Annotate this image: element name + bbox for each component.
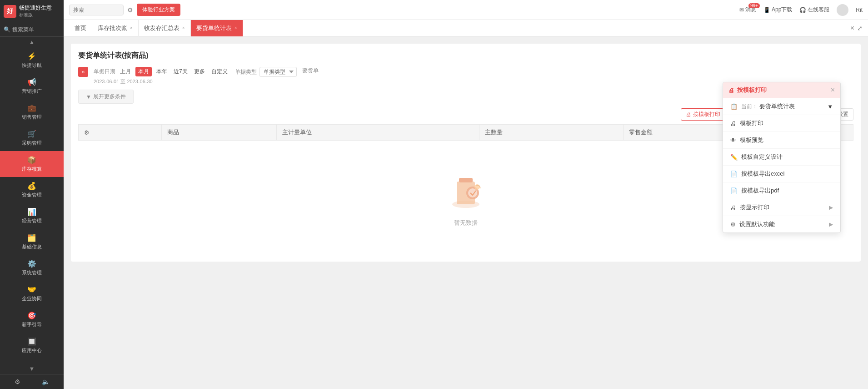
order-type-group: 要货单 <box>302 67 319 75</box>
tab-batch-accounts[interactable]: 库存批次账 × <box>92 20 139 36</box>
dropdown-template-pdf[interactable]: 📄 按模板导出pdf <box>723 182 840 199</box>
sidebar-item-operations[interactable]: 📊 经营管理 <box>0 203 64 229</box>
current-template-icon: 📋 <box>730 103 738 110</box>
footer-speaker-icon[interactable]: 🔈 <box>42 378 50 385</box>
sidebar-search-label: 搜索菜单 <box>12 26 34 34</box>
expand-label: 展开更多条件 <box>93 93 126 101</box>
sidebar-scroll-down[interactable]: ▼ <box>0 364 64 374</box>
dropdown-current-template[interactable]: 📋 当前： 要货单统计表 ▼ <box>723 98 840 115</box>
sales-label: 销售管理 <box>22 114 42 121</box>
sidebar-item-wecom[interactable]: 💬 企业微信 <box>0 359 64 364</box>
tab-close-action[interactable]: × <box>850 24 854 32</box>
dropdown-default-func[interactable]: ⚙ 设置默认功能 ▶ <box>723 216 840 232</box>
sidebar-logo: 好 畅捷通好生意 标准版 <box>0 0 64 23</box>
current-year-btn[interactable]: 本年 <box>155 67 169 76</box>
quick-nav-label: 快捷导航 <box>22 62 42 69</box>
filter-expand-button[interactable]: » <box>78 67 88 77</box>
tab-actions: × ⤢ <box>850 24 863 32</box>
app-edition: 标准版 <box>19 12 52 18</box>
newbie-icon: 🎯 <box>27 311 36 320</box>
last-7-days-btn[interactable]: 近7天 <box>172 67 190 76</box>
dropdown-display-print[interactable]: 🖨 按显示打印 ▶ <box>723 199 840 216</box>
current-month-btn[interactable]: 本月 <box>135 67 152 76</box>
dropdown-template-preview[interactable]: 👁 模板预览 <box>723 132 840 149</box>
app-download-button[interactable]: 📱 App下载 <box>763 6 792 14</box>
appstore-label: 应用中心 <box>22 347 42 354</box>
appstore-icon: 🔲 <box>27 337 36 346</box>
operations-icon: 📊 <box>27 207 36 216</box>
dropdown-template-print[interactable]: 🖨 模板打印 <box>723 115 840 132</box>
online-service-button[interactable]: 🎧 在线客服 <box>799 6 829 14</box>
prev-month-btn[interactable]: 上月 <box>118 67 133 76</box>
col-qty-header: 主数量 <box>479 125 624 141</box>
dropdown-template-design[interactable]: ✏️ 模板自定义设计 <box>723 149 840 166</box>
sidebar-search[interactable]: 🔍 搜索菜单 <box>0 23 64 37</box>
sidebar-item-inventory[interactable]: 📦 库存核算 <box>0 151 64 177</box>
dropdown-template-excel[interactable]: 📄 按模板导出excel <box>723 166 840 182</box>
column-settings-icon[interactable]: ⚙ <box>84 129 90 136</box>
footer-settings-icon[interactable]: ⚙ <box>15 378 20 385</box>
svg-rect-2 <box>459 178 473 182</box>
main-area: ⚙ 体验行业方案 ✉ 消息 99+ 📱 App下载 🎧 在线客服 Rit 首页 <box>64 0 868 389</box>
sidebar-item-collab[interactable]: 🤝 企业协同 <box>0 281 64 307</box>
tab-receipt-summary-label: 收发存汇总表 <box>144 24 180 32</box>
print-icon: 🖨 <box>686 111 691 118</box>
phone-icon: 📱 <box>763 7 770 13</box>
sidebar-scroll-up[interactable]: ▲ <box>0 37 64 47</box>
tab-home-label: 首页 <box>75 24 86 32</box>
tab-order-stats[interactable]: 要货单统计表 × <box>191 20 243 36</box>
topbar-right: ✉ 消息 99+ 📱 App下载 🎧 在线客服 Rit <box>739 4 863 16</box>
sidebar-item-purchase[interactable]: 🛒 采购管理 <box>0 125 64 151</box>
trial-button[interactable]: 体验行业方案 <box>137 4 180 16</box>
date-filter-group: 单据日期 上月 本月 本年 近7天 更多 自定义 2023-06-01 至 20… <box>94 67 229 85</box>
topbar-search-input[interactable] <box>69 5 124 15</box>
tab-order-stats-label: 要货单统计表 <box>196 24 232 32</box>
user-avatar[interactable] <box>837 4 848 16</box>
template-design-label: 模板自定义设计 <box>741 153 783 161</box>
sidebar-logo-text-group: 畅捷通好生意 标准版 <box>19 5 52 18</box>
messages-button[interactable]: ✉ 消息 99+ <box>739 6 756 14</box>
app-name: 畅捷通好生意 <box>19 5 52 12</box>
collab-icon: 🤝 <box>27 285 36 294</box>
more-date-btn[interactable]: 更多 <box>192 67 207 76</box>
scroll-down-icon: ▼ <box>29 365 35 372</box>
sidebar-item-finance[interactable]: 💰 资金管理 <box>0 177 64 203</box>
current-template-label: 当前： 要货单统计表 <box>741 102 795 111</box>
username-label[interactable]: Rit <box>856 7 863 13</box>
empty-state-text: 暂无数据 <box>454 219 478 227</box>
doc-type-label: 单据类型 <box>235 68 257 76</box>
print-dropdown-title-text: 按模板打印 <box>737 86 767 94</box>
custom-date-btn[interactable]: 自定义 <box>210 67 229 76</box>
sidebar-item-marketing[interactable]: 📢 营销推广 <box>0 73 64 99</box>
sidebar-item-newbie[interactable]: 🎯 新手引导 <box>0 307 64 333</box>
system-label: 系统管理 <box>22 269 42 276</box>
inventory-label: 库存核算 <box>22 166 42 172</box>
tab-expand-action[interactable]: ⤢ <box>857 25 863 32</box>
sidebar-item-quick-nav[interactable]: ⚡ 快捷导航 <box>0 47 64 73</box>
current-template-chevron: ▼ <box>827 103 833 110</box>
tab-order-stats-close[interactable]: × <box>234 25 237 30</box>
expand-icon: ▼ <box>86 94 91 100</box>
print-dropdown: 🖨 按模板打印 × 📋 当前： 要货单统计表 ▼ 🖨 模板打印 <box>723 82 841 233</box>
sidebar-item-system[interactable]: ⚙️ 系统管理 <box>0 255 64 281</box>
finance-label: 资金管理 <box>22 192 42 198</box>
sidebar-item-appstore[interactable]: 🔲 应用中心 <box>0 333 64 359</box>
doc-type-select[interactable]: 单据类型 <box>259 67 297 77</box>
template-preview-label: 模板预览 <box>740 136 763 144</box>
tab-receipt-summary-close[interactable]: × <box>182 25 185 30</box>
sidebar-item-basics[interactable]: 🗂️ 基础信息 <box>0 229 64 255</box>
tab-batch-accounts-close[interactable]: × <box>130 25 133 30</box>
tab-receipt-summary[interactable]: 收发存汇总表 × <box>139 20 191 36</box>
print-dropdown-close[interactable]: × <box>831 86 835 94</box>
topbar-settings-icon[interactable]: ⚙ <box>127 6 133 14</box>
sidebar-item-sales[interactable]: 💼 销售管理 <box>0 99 64 125</box>
order-type-label: 要货单 <box>302 67 319 75</box>
purchase-icon: 🛒 <box>27 130 36 138</box>
print-dropdown-header: 🖨 按模板打印 × <box>723 82 840 98</box>
empty-state-icon <box>443 168 489 213</box>
col-settings-header[interactable]: ⚙ <box>79 125 162 141</box>
tab-home[interactable]: 首页 <box>69 20 92 36</box>
expand-conditions-btn[interactable]: ▼ 展开更多条件 <box>78 90 134 104</box>
template-design-icon: ✏️ <box>730 154 738 161</box>
inventory-icon: 📦 <box>27 156 36 164</box>
